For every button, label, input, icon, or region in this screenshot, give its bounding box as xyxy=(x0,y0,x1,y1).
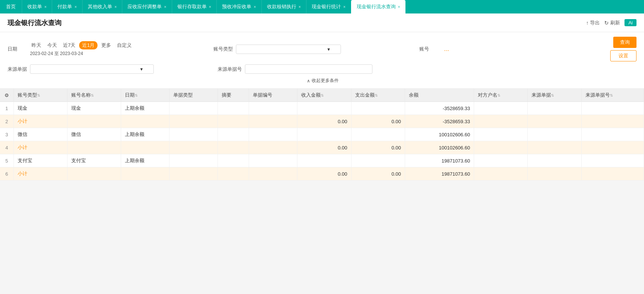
row-number: 3 xyxy=(0,128,14,141)
account-section: 账号 ... xyxy=(419,46,610,52)
table-row[interactable]: 3微信微信上期余额100102606.60 xyxy=(0,128,644,141)
close-icon[interactable]: × xyxy=(254,4,256,9)
close-icon[interactable]: × xyxy=(299,4,301,9)
column-balance: 余额 xyxy=(405,89,474,102)
cell-doc-no xyxy=(249,154,297,167)
column-source-doc[interactable]: 来源单据 xyxy=(528,89,581,102)
close-icon[interactable]: × xyxy=(398,4,400,9)
cell-doc-no xyxy=(249,102,297,115)
cell-date xyxy=(121,141,170,154)
date-opt-yesterday[interactable]: 昨天 xyxy=(29,41,44,49)
close-icon[interactable]: × xyxy=(164,4,166,9)
cell-source-doc xyxy=(528,141,581,154)
collapse-bar[interactable]: ∧ 收起更多条件 xyxy=(8,77,636,85)
cell-income: 0.00 xyxy=(297,167,351,181)
nav-tab-xianjinyinhangtongjitable[interactable]: 现金银行统计 × xyxy=(306,0,351,13)
query-button[interactable]: 查询 xyxy=(613,37,636,48)
column-account-name[interactable]: 账号名称 xyxy=(67,89,121,102)
cell-income xyxy=(297,128,351,141)
date-opt-today[interactable]: 今天 xyxy=(45,41,59,49)
cell-source-doc-no xyxy=(581,102,644,115)
column-expense[interactable]: 支出金额 xyxy=(351,89,405,102)
column-doc-no: 单据编号 xyxy=(249,89,297,102)
cell-account-name xyxy=(67,115,121,128)
cell-account-type: 小计 xyxy=(14,115,67,128)
cell-account-type: 支付宝 xyxy=(14,154,67,167)
sort-icon xyxy=(551,92,554,98)
source-doc-select[interactable] xyxy=(30,64,154,74)
nav-tab-yingshouyingfutiaozheng[interactable]: 应收应付调整单 × xyxy=(122,0,171,13)
date-opt-custom[interactable]: 自定义 xyxy=(115,41,134,49)
nav-tab-xianjinyinhangliushuichaxun[interactable]: 现金银行流水查询 × xyxy=(351,0,405,13)
refresh-button[interactable]: ↻ 刷新 xyxy=(604,19,620,26)
cell-balance: 100102606.60 xyxy=(405,141,474,154)
cell-balance: 19871073.60 xyxy=(405,154,474,167)
close-icon[interactable]: × xyxy=(44,4,47,9)
column-summary: 摘要 xyxy=(218,89,249,102)
export-button[interactable]: ↑ 导出 xyxy=(586,19,600,26)
cell-account-name: 微信 xyxy=(67,128,121,141)
nav-tab-shoukuandan[interactable]: 收款单 × xyxy=(22,0,52,13)
cell-doc-no xyxy=(249,141,297,154)
cell-income: 0.00 xyxy=(297,115,351,128)
cell-account-type: 小计 xyxy=(14,167,67,181)
column-gear[interactable]: ⚙ xyxy=(0,89,14,102)
account-type-select[interactable] xyxy=(236,45,341,54)
nav-tab-shoukuanhesuozhixing[interactable]: 收款核销执行 × xyxy=(261,0,306,13)
cell-doc-no xyxy=(249,128,297,141)
date-range: 2023-02-24 至 2023-03-24 xyxy=(30,51,134,57)
date-opt-1month[interactable]: 近1月 xyxy=(79,41,98,49)
nav-tab-qitashourudan[interactable]: 其他收入单 × xyxy=(82,0,122,13)
nav-home[interactable]: 首页 xyxy=(0,0,22,13)
column-source-doc-no[interactable]: 来源单据号 xyxy=(581,89,644,102)
cell-source-doc-no xyxy=(581,115,644,128)
cell-expense xyxy=(351,128,405,141)
table-header-row: ⚙ 账号类型 账号名称 日期 单据类型 摘要 单据编号 收入金额 支出金额 余额… xyxy=(0,89,644,102)
date-opt-7days[interactable]: 近7天 xyxy=(61,41,78,49)
column-date[interactable]: 日期 xyxy=(121,89,170,102)
settings-button[interactable]: 设置 xyxy=(610,50,636,61)
nav-tab-yinhangcunqukuan[interactable]: 银行存取款单 × xyxy=(172,0,216,13)
data-table: ⚙ 账号类型 账号名称 日期 单据类型 摘要 单据编号 收入金额 支出金额 余额… xyxy=(0,89,644,181)
nav-tab-fukuandan[interactable]: 付款单 × xyxy=(52,0,82,13)
close-icon[interactable]: × xyxy=(114,4,117,9)
cell-source-doc-no xyxy=(581,154,644,167)
date-opt-more[interactable]: 更多 xyxy=(99,41,113,49)
source-doc-no-input[interactable] xyxy=(245,64,372,74)
nav-tab-yushouchongyingshou[interactable]: 预收冲应收单 × xyxy=(216,0,261,13)
column-account-type[interactable]: 账号类型 xyxy=(14,89,67,102)
cell-source-doc-no xyxy=(581,128,644,141)
cell-doc-type xyxy=(170,115,218,128)
cell-account-type: 现金 xyxy=(14,102,67,115)
row-number: 5 xyxy=(0,154,14,167)
cell-summary xyxy=(218,154,249,167)
cell-date: 上期余额 xyxy=(121,154,170,167)
ai-button[interactable]: Ai xyxy=(624,19,636,26)
close-icon[interactable]: × xyxy=(74,4,77,9)
table-row[interactable]: 4小计0.000.00100102606.60 xyxy=(0,141,644,154)
table-row[interactable]: 6小计0.000.0019871073.60 xyxy=(0,167,644,181)
close-icon[interactable]: × xyxy=(343,4,345,9)
filter-row-date: 日期 昨天 今天 近7天 近1月 更多 自定义 2023-02-24 至 202… xyxy=(8,37,636,61)
row-number: 4 xyxy=(0,141,14,154)
cell-date xyxy=(121,167,170,181)
page-title: 现金银行流水查询 xyxy=(8,18,62,27)
cell-expense: 0.00 xyxy=(351,141,405,154)
column-counterpart[interactable]: 对方户名 xyxy=(474,89,528,102)
cell-counterpart xyxy=(474,141,528,154)
table-row[interactable]: 5支付宝支付宝上期余额19871073.60 xyxy=(0,154,644,167)
table-row[interactable]: 1现金现金上期余额-3528659.33 xyxy=(0,102,644,115)
cell-doc-type xyxy=(170,167,218,181)
cell-doc-type xyxy=(170,102,218,115)
cell-account-name: 支付宝 xyxy=(67,154,121,167)
cell-summary xyxy=(218,128,249,141)
table-row[interactable]: 2小计0.000.00-3528659.33 xyxy=(0,115,644,128)
collapse-up-icon: ∧ xyxy=(307,78,310,84)
close-icon[interactable]: × xyxy=(209,4,211,9)
account-dots[interactable]: ... xyxy=(444,46,449,52)
cell-date xyxy=(121,115,170,128)
column-income[interactable]: 收入金额 xyxy=(297,89,351,102)
cell-balance: -3528659.33 xyxy=(405,102,474,115)
sort-icon xyxy=(610,92,613,98)
cell-summary xyxy=(218,167,249,181)
